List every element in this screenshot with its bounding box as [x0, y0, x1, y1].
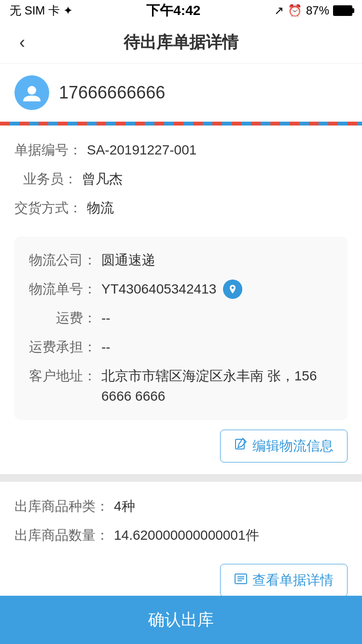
- basic-info-section: 单据编号： SA-20191227-001 业务员： 曾凡杰 交货方式： 物流: [0, 126, 362, 237]
- location-icon-status: ↗: [274, 4, 284, 17]
- customer-phone: 17666666666: [59, 83, 165, 103]
- goods-quantity-label: 出库商品数量：: [14, 525, 114, 546]
- alarm-icon: ⏰: [288, 4, 302, 17]
- logistics-tracking-value: YT4306405342413: [101, 279, 333, 299]
- edit-logistics-section: 编辑物流信息: [0, 430, 362, 474]
- svg-rect-1: [236, 439, 244, 449]
- freight-row: 运费： --: [29, 308, 333, 328]
- edit-logistics-button[interactable]: 编辑物流信息: [220, 430, 348, 462]
- svg-point-0: [28, 86, 36, 95]
- goods-section: 出库商品种类： 4种 出库商品数量： 14.620000000000001件: [0, 482, 362, 564]
- avatar: [14, 75, 49, 110]
- document-row: 单据编号： SA-20191227-001: [14, 140, 348, 160]
- logistics-tracking-row: 物流单号： YT4306405342413: [29, 279, 333, 299]
- address-label: 客户地址：: [29, 366, 101, 386]
- freight-bear-value: --: [101, 337, 333, 357]
- logistics-tracking-label: 物流单号：: [29, 279, 101, 299]
- agent-value: 曾凡杰: [82, 169, 348, 189]
- edit-logistics-label: 编辑物流信息: [252, 437, 334, 455]
- view-details-button[interactable]: 查看单据详情: [220, 564, 348, 597]
- agent-label: 业务员：: [14, 169, 82, 189]
- goods-quantity-value: 14.620000000000001件: [114, 525, 348, 546]
- nav-bar: ‹ 待出库单据详情: [0, 21, 362, 64]
- freight-bear-label: 运费承担：: [29, 337, 101, 357]
- freight-value: --: [101, 308, 333, 328]
- status-right: ↗ ⏰ 87%: [274, 4, 352, 17]
- goods-types-row: 出库商品种类： 4种: [14, 496, 348, 517]
- logistics-company-label: 物流公司：: [29, 250, 101, 270]
- main-content: 17666666666 单据编号： SA-20191227-001 业务员： 曾…: [0, 64, 362, 644]
- map-pin-icon[interactable]: [223, 280, 242, 299]
- view-details-label: 查看单据详情: [252, 571, 334, 589]
- logistics-card: 物流公司： 圆通速递 物流单号： YT4306405342413 运费：: [14, 237, 348, 420]
- status-bar: 无 SIM 卡 ✦ 下午4:42 ↗ ⏰ 87%: [0, 0, 362, 21]
- freight-label: 运费：: [29, 308, 101, 328]
- agent-row: 业务员： 曾凡杰: [14, 169, 348, 189]
- back-button[interactable]: ‹: [14, 28, 30, 57]
- customer-header: 17666666666: [0, 64, 362, 122]
- confirm-bar[interactable]: 确认出库: [0, 596, 362, 644]
- document-value: SA-20191227-001: [87, 140, 348, 160]
- battery-level: 87%: [306, 4, 329, 17]
- logistics-company-value: 圆通速递: [101, 250, 333, 270]
- edit-icon: [234, 438, 248, 455]
- delivery-value: 物流: [87, 198, 348, 218]
- status-left: 无 SIM 卡 ✦: [10, 3, 73, 18]
- dashed-divider: [0, 122, 362, 126]
- list-icon: [234, 572, 248, 589]
- page-title: 待出库单据详情: [124, 31, 238, 54]
- document-label: 单据编号：: [14, 140, 87, 160]
- delivery-label: 交货方式：: [14, 198, 87, 218]
- freight-bear-row: 运费承担： --: [29, 337, 333, 357]
- address-value: 北京市市辖区海淀区永丰南 张，156 6666 6666: [101, 366, 333, 406]
- battery-icon: [333, 5, 352, 16]
- confirm-button-label: 确认出库: [148, 609, 214, 631]
- sim-status: 无 SIM 卡 ✦: [10, 3, 73, 18]
- section-separator: [0, 474, 362, 482]
- goods-types-label: 出库商品种类：: [14, 496, 114, 517]
- status-time: 下午4:42: [146, 1, 200, 20]
- address-row: 客户地址： 北京市市辖区海淀区永丰南 张，156 6666 6666: [29, 366, 333, 406]
- goods-quantity-row: 出库商品数量： 14.620000000000001件: [14, 525, 348, 546]
- logistics-company-row: 物流公司： 圆通速递: [29, 250, 333, 270]
- goods-types-value: 4种: [114, 496, 348, 517]
- delivery-row: 交货方式： 物流: [14, 198, 348, 218]
